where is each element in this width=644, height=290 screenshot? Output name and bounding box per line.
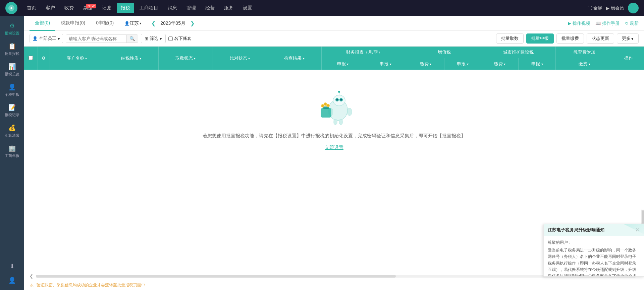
more-button[interactable]: 更多 ▾ (617, 33, 639, 44)
notification-greeting: 尊敬的用户： (548, 239, 640, 246)
sidebar-item-tax-overview[interactable]: 📊 报税总览 (0, 60, 24, 80)
sort-icon: ▾ (430, 62, 431, 66)
nav-operation[interactable]: 经营 (201, 3, 219, 13)
batch-declare-button[interactable]: 批量申报 (526, 33, 554, 44)
nav-items: 首页 客户 收费 票据 NEW 记账 报税 工商项目 消息 管理 经营 服务 设… (23, 3, 588, 13)
next-month-button[interactable]: ❯ (188, 19, 197, 27)
setup-link[interactable]: 立即设置 (325, 145, 343, 151)
tax-records-icon: 📝 (8, 104, 16, 111)
tabs-right-buttons: ▶ 操作视频 📖 操作手册 ↻ 刷新 (568, 20, 639, 26)
nav-fee[interactable]: 收费 (60, 3, 78, 13)
sort-icon: ▾ (504, 62, 505, 66)
th-vat: 增值税 (407, 47, 481, 58)
member-button[interactable]: ▶ 畅会员 (606, 5, 624, 11)
new-badge: NEW (86, 4, 96, 8)
sidebar-item-tax-settings[interactable]: ⚙ 报税设置 (0, 19, 24, 39)
batch-tax-icon: 📋 (8, 43, 16, 50)
sort-icon: ▾ (541, 62, 543, 66)
sidebar-item-personal-tax[interactable]: 👤 个税申报 (0, 80, 24, 100)
notification-popup: 江苏电子税务局升级影响通知 ✕ 尊敬的用户： 受当前电子税务局进一步升级的影响，… (543, 224, 644, 277)
sidebar-item-download[interactable]: ⬇ (7, 259, 17, 273)
video-icon: ▶ (568, 21, 571, 26)
sidebar-item-batch-tax[interactable]: 📋 批量报税 (0, 39, 24, 60)
filter-icon: ⊞ (145, 36, 148, 41)
settings-icon[interactable]: ⚙ (42, 56, 46, 61)
notification-content: 受当前电子税务局进一步升级的影响，同一个政务网账号（办税人）名下的企业不能再同时… (548, 247, 640, 276)
top-navigation: 首页 客户 收费 票据 NEW 记账 报税 工商项目 消息 管理 经营 服务 设… (0, 0, 644, 16)
sidebar: ⚙ 报税设置 📋 批量报税 📊 报税总览 👤 个税申报 📝 报税记录 💰 汇算清… (0, 16, 24, 290)
tab-all[interactable]: 全部(0) (30, 16, 55, 31)
refresh-button[interactable]: ↻ 刷新 (625, 20, 639, 26)
svg-point-5 (336, 99, 338, 101)
status-message: 验证账密、采集信息均成功的企业才会流转至批量报税页面中 (37, 282, 145, 288)
tab-zero-declare[interactable]: 0申报(0) (91, 16, 119, 31)
th-education-surcharge: 教育费附加 (556, 47, 613, 58)
nav-bookkeeping[interactable]: 记账 (98, 3, 115, 13)
filter-button[interactable]: ⊞ 筛选 ▾ (141, 34, 166, 43)
search-input[interactable] (66, 35, 126, 43)
chevron-down-icon: ▾ (58, 36, 60, 41)
nav-management[interactable]: 管理 (182, 3, 200, 13)
month-navigator: ❮ 2023年05月 ❯ (149, 19, 197, 27)
search-box: 🔍 (66, 34, 138, 43)
fullscreen-button[interactable]: ⛶ 全屏 (588, 5, 602, 11)
nav-invoice[interactable]: 票据 NEW (79, 3, 97, 13)
nav-tax[interactable]: 报税 (117, 3, 134, 13)
search-button[interactable]: 🔍 (126, 35, 138, 43)
toolbar: 👤 全部员工 ▾ 🔍 ⊞ 筛选 ▾ 名下账套 批量取数 批量申报 批量缴费 (24, 31, 644, 47)
th-operations: 操作 (613, 47, 644, 70)
manual-button[interactable]: 📖 操作手册 (595, 20, 620, 26)
prev-month-button[interactable]: ❮ (149, 19, 158, 27)
svg-rect-13 (321, 108, 331, 118)
th-financial-report: 财务报表（月/季） (321, 47, 407, 58)
personal-tax-icon: 👤 (8, 83, 16, 91)
sort-icon: ▾ (467, 62, 469, 66)
tab-tax-declare[interactable]: 税款申报(0) (55, 16, 91, 31)
th-check-result: 检查结果 ▾ (267, 47, 321, 70)
robot-illustration (314, 90, 354, 127)
region-selector[interactable]: 👤 江苏 ▾ (124, 20, 141, 26)
sidebar-item-tax-records[interactable]: 📝 报税记录 (0, 100, 24, 121)
th-edu-pay: 缴费 ▾ (556, 58, 613, 70)
batch-pay-button[interactable]: 批量缴费 (556, 33, 584, 44)
avatar[interactable] (628, 3, 639, 13)
svg-rect-10 (347, 108, 352, 116)
member-icon: ▶ (606, 6, 609, 11)
sort-icon: ▾ (347, 62, 348, 66)
th-vat-pay: 缴费 ▾ (407, 58, 444, 70)
sidebar-item-annual-report[interactable]: 🏢 工商年报 (0, 141, 24, 162)
th-vat-declare: 申报 ▾ (364, 58, 407, 70)
video-button[interactable]: ▶ 操作视频 (568, 20, 590, 26)
sidebar-bottom: ⬇ 👤 (7, 259, 17, 287)
sort-icon: ▾ (589, 62, 590, 66)
employee-select[interactable]: 👤 全部员工 ▾ (30, 34, 63, 43)
svg-point-18 (322, 105, 324, 107)
status-update-button[interactable]: 状态更新 (587, 33, 614, 44)
logo[interactable] (5, 2, 17, 14)
th-financial-declare: 申报 ▾ (321, 58, 364, 70)
nav-customer[interactable]: 客户 (42, 3, 59, 13)
user-icon: 👤 (8, 277, 16, 284)
nav-settings[interactable]: 设置 (239, 3, 256, 13)
empty-state: 若您想使用批量报税功能，请先在【报税设置】中进行报税的初始化设置，完成密码验证和… (24, 70, 644, 171)
warning-icon: ⚠ (30, 283, 34, 288)
nav-message[interactable]: 消息 (164, 3, 181, 13)
batch-fetch-button[interactable]: 批量取数 (496, 33, 524, 44)
accounts-checkbox[interactable] (168, 37, 173, 41)
nav-business[interactable]: 工商项目 (136, 3, 162, 13)
checkbox-label[interactable]: 名下账套 (168, 35, 192, 42)
notification-title: 江苏电子税务局升级影响通知 (548, 227, 604, 233)
chevron-down-icon: ▾ (160, 36, 162, 41)
th-compare-status: 比对状态 ▾ (213, 47, 267, 70)
sidebar-item-user[interactable]: 👤 (7, 273, 17, 287)
month-label: 2023年05月 (160, 20, 185, 26)
sidebar-item-settlement[interactable]: 💰 汇算清缴 (0, 121, 24, 141)
svg-point-2 (333, 95, 345, 106)
empty-message: 若您想使用批量报税功能，请先在【报税设置】中进行报税的初始化设置，完成密码验证和… (203, 132, 466, 139)
region-icon: 👤 (124, 21, 129, 26)
nav-service[interactable]: 服务 (220, 3, 237, 13)
scroll-left-arrow[interactable]: ❮ (30, 274, 33, 279)
svg-point-20 (327, 104, 329, 106)
nav-home[interactable]: 首页 (23, 3, 40, 13)
select-all-checkbox[interactable] (29, 56, 33, 60)
